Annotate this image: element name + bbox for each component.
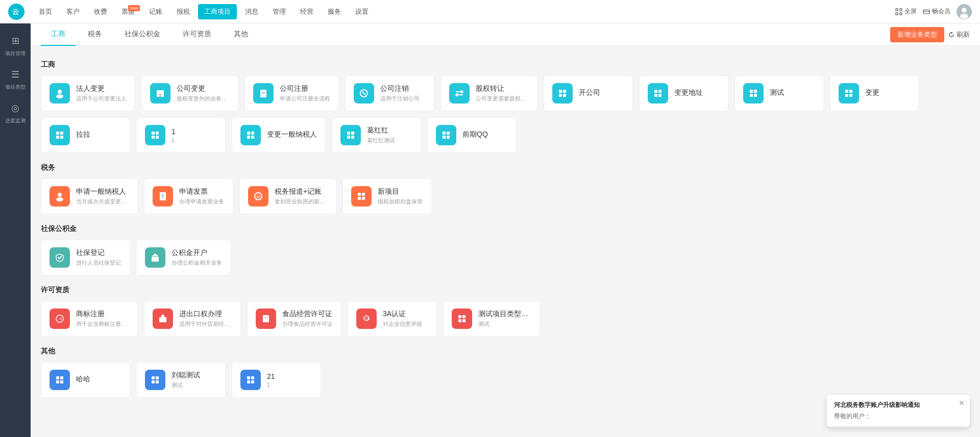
nav-item-消息[interactable]: 消息	[239, 4, 264, 19]
service-card[interactable]: ™商标注册用于企业商标注册服务	[41, 301, 138, 337]
svg-rect-79	[458, 315, 461, 318]
nav-item-记账[interactable]: 记账	[143, 4, 168, 19]
nav-right: 全屏 畅会员	[895, 4, 972, 19]
service-card[interactable]: 税税务报道+记账拿到营业执照的新公司	[239, 178, 336, 214]
svg-text:™: ™	[58, 317, 62, 322]
svg-rect-84	[60, 376, 63, 379]
service-card[interactable]: 哈哈	[41, 362, 130, 398]
fullscreen-btn[interactable]: 全屏	[895, 7, 917, 16]
sidebar-item-进度监测[interactable]: ◎ 进度监测	[0, 96, 31, 130]
section-title: 其他	[41, 347, 970, 356]
nav-item-客户[interactable]: 客户	[60, 4, 86, 19]
sidebar-item-项目类型[interactable]: ☰ 项目类型	[0, 62, 31, 96]
card-name: 税务报道+记账	[275, 187, 328, 196]
nav-item-经营[interactable]: 经营	[294, 4, 320, 19]
section-税务: 税务申请一般纳税人当月或次月成变更完成申请发票办理申请发票业务税税务报道+记账拿…	[41, 163, 970, 214]
section-title: 许可资质	[41, 286, 970, 295]
service-card[interactable]: 测试	[734, 75, 824, 111]
svg-text:云: 云	[12, 8, 19, 16]
sub-tab-许可资质[interactable]: 许可资质	[173, 23, 222, 46]
service-card[interactable]: 申请一般纳税人当月或次月成变更完成	[41, 178, 138, 214]
content-area: 工商法人变更适用于公司变更法人公司变更股权变更外的业务变更公司注册申请公司注册全…	[31, 46, 980, 418]
nav-item-管理[interactable]: 管理	[266, 4, 292, 19]
service-card[interactable]: 法人变更适用于公司变更法人	[41, 75, 135, 111]
nav-item-工商项目[interactable]: 工商项目	[198, 4, 237, 19]
card-info: 公司注册申请公司注册全流程	[280, 84, 330, 102]
section-其他: 其他哈哈刘聪测试测试211	[41, 347, 970, 398]
nav-item-首页[interactable]: 首页	[33, 4, 58, 19]
logo[interactable]: 云	[8, 4, 24, 20]
svg-rect-51	[351, 136, 354, 139]
service-card[interactable]: 11	[136, 117, 226, 153]
svg-rect-29	[754, 90, 757, 93]
service-card[interactable]: 刘聪测试测试	[136, 362, 226, 398]
card-name: 公司注册	[280, 84, 330, 93]
service-card[interactable]: 公司变更股权变更外的业务变更	[141, 75, 238, 111]
refresh-label: 刷新	[957, 30, 970, 39]
card-name: 股权转让	[476, 84, 529, 93]
service-card[interactable]: 股权转让公司变更需要股权转让	[440, 75, 537, 111]
svg-rect-38	[56, 136, 59, 139]
service-card[interactable]: 公司注册申请公司注册全流程	[244, 75, 339, 111]
nav-item-服务[interactable]: 服务	[322, 4, 347, 19]
sub-tab-税务[interactable]: 税务	[78, 23, 112, 46]
avatar[interactable]	[957, 4, 972, 19]
card-grid: 申请一般纳税人当月或次月成变更完成申请发票办理申请发票业务税税务报道+记账拿到营…	[41, 178, 970, 214]
svg-rect-92	[251, 376, 254, 379]
card-name: 商标注册	[76, 310, 129, 319]
card-icon	[50, 247, 70, 268]
svg-rect-83	[56, 376, 59, 379]
sub-tab-其他[interactable]: 其他	[224, 23, 258, 46]
service-card[interactable]: 变更地址	[639, 75, 728, 111]
sub-tab-工商[interactable]: 工商	[41, 23, 76, 46]
sidebar-label-2: 进度监测	[5, 117, 26, 124]
card-name: 葛红红	[367, 126, 412, 135]
service-card[interactable]: 社保登记进行人员社保登记	[41, 240, 130, 275]
service-card[interactable]: 新项目报税加税控盘保管	[342, 178, 432, 214]
notification-popup: ✕ 河北税务数字账户升级影响通知 尊敬的用户：	[827, 395, 970, 427]
notification-close-btn[interactable]: ✕	[959, 399, 965, 407]
service-card[interactable]: 前期QQ	[427, 117, 517, 153]
service-card[interactable]: 3A3A认证对企业信誉评级	[348, 301, 437, 337]
svg-rect-14	[159, 93, 161, 97]
nav-item-票据[interactable]: 票据new	[115, 4, 141, 19]
refresh-button[interactable]: 刷新	[948, 30, 970, 39]
svg-rect-24	[654, 90, 657, 93]
nav-item-收费[interactable]: 收费	[88, 4, 113, 19]
svg-rect-5	[900, 13, 902, 15]
service-card[interactable]: 变更	[830, 75, 919, 111]
service-card[interactable]: 211	[232, 362, 321, 398]
service-card[interactable]: 变更一般纳税人	[232, 117, 326, 153]
service-card[interactable]: 公司注销适用于注销公司	[345, 75, 434, 111]
service-card[interactable]: 开公司	[544, 75, 633, 111]
service-card[interactable]: 申请发票办理申请发票业务	[144, 178, 233, 214]
service-card[interactable]: 进出口权办理适用于对外贸易经营者	[144, 301, 241, 337]
svg-rect-46	[247, 136, 250, 139]
card-name: 刘聪测试	[172, 371, 217, 380]
new-type-button[interactable]: 新增业务类型	[890, 27, 944, 42]
card-icon	[145, 370, 165, 390]
service-card[interactable]: 葛红红葛红红测试	[332, 117, 421, 153]
nav-item-设置[interactable]: 设置	[349, 4, 375, 19]
service-card[interactable]: 公积金开户办理公积金相关业务	[136, 240, 231, 275]
card-name: 测试项目类型自定义	[478, 310, 531, 319]
svg-rect-33	[849, 90, 852, 93]
svg-rect-3	[900, 9, 902, 11]
nav-item-报税[interactable]: 报税	[170, 4, 196, 19]
sub-tabs-list: 工商税务社保公积金许可资质其他	[41, 23, 260, 46]
svg-rect-53	[447, 132, 450, 135]
svg-rect-80	[462, 315, 465, 318]
card-icon	[240, 370, 261, 390]
service-card[interactable]: 拉拉	[41, 117, 130, 153]
card-grid: 社保登记进行人员社保登记公积金开户办理公积金相关业务	[41, 240, 970, 275]
svg-rect-90	[156, 380, 159, 383]
card-icon	[253, 83, 274, 104]
card-icon	[150, 83, 170, 104]
member-btn[interactable]: 畅会员	[923, 7, 950, 16]
sidebar-item-项目管理[interactable]: ⊞ 项目管理	[0, 29, 31, 62]
svg-rect-20	[559, 90, 562, 93]
service-card[interactable]: 测试项目类型自定义测试	[443, 301, 540, 337]
service-card[interactable]: 食品经营许可证办理食品经营许可证	[247, 301, 341, 337]
card-desc: 办理申请发票业务	[179, 198, 225, 205]
sub-tab-社保公积金[interactable]: 社保公积金	[114, 23, 170, 46]
